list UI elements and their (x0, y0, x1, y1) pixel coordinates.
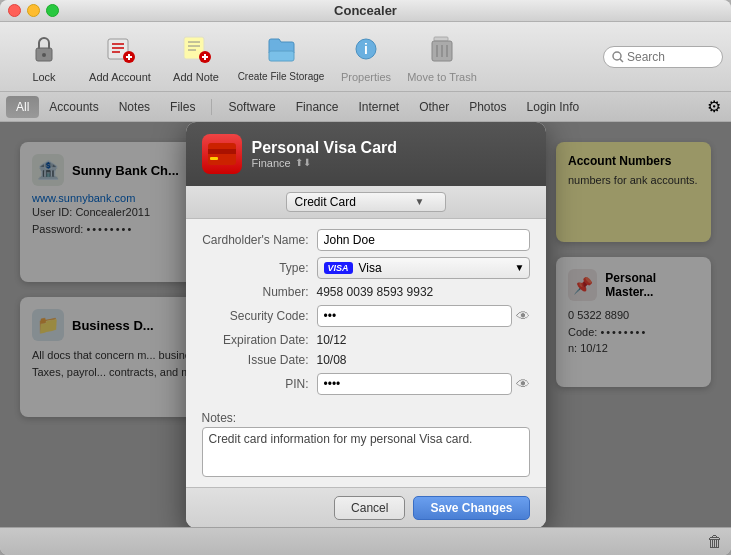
security-code-label: Security Code: (202, 309, 317, 323)
issue-value: 10/08 (317, 353, 530, 367)
gear-button[interactable]: ⚙ (703, 96, 725, 118)
notes-label: Notes: (186, 407, 546, 427)
expiration-label: Expiration Date: (202, 333, 317, 347)
bottom-bar: 🗑 (0, 527, 731, 555)
notes-area[interactable]: Credit card information for my personal … (202, 427, 530, 477)
svg-rect-16 (269, 51, 294, 61)
search-box[interactable] (603, 46, 723, 68)
issue-label: Issue Date: (202, 353, 317, 367)
number-label: Number: (202, 285, 317, 299)
cardholder-label: Cardholder's Name: (202, 233, 317, 247)
dialog-subtitle: Finance ⬆⬇ (252, 157, 530, 169)
dialog-header: Personal Visa Card Finance ⬆⬇ (186, 122, 546, 186)
trash-icon[interactable]: 🗑 (707, 533, 723, 551)
expiration-row: Expiration Date: 10/12 (202, 333, 530, 347)
notes-text: Credit card information for my personal … (203, 428, 529, 450)
properties-label: Properties (341, 71, 391, 83)
tab-other[interactable]: Other (409, 96, 459, 118)
tab-login-info[interactable]: Login Info (517, 96, 590, 118)
titlebar: Concealer (0, 0, 731, 22)
dialog-title: Personal Visa Card (252, 139, 530, 157)
window-title: Concealer (334, 3, 397, 18)
minimize-button[interactable] (27, 4, 40, 17)
dialog-footer: Cancel Save Changes (186, 487, 546, 528)
cancel-button[interactable]: Cancel (334, 496, 405, 520)
lock-toolbar-item[interactable]: Lock (8, 27, 80, 87)
add-note-label: Add Note (173, 71, 219, 83)
dialog-title-block: Personal Visa Card Finance ⬆⬇ (252, 139, 530, 169)
tab-internet[interactable]: Internet (348, 96, 409, 118)
dialog-body: Cardholder's Name: Type: VISA Visa ▼ Num… (186, 219, 546, 407)
add-account-icon (102, 31, 138, 67)
expiration-value: 10/12 (317, 333, 530, 347)
type-select-arrow-icon: ▼ (515, 262, 525, 273)
add-note-toolbar-item[interactable]: Add Note (160, 27, 232, 87)
create-file-storage-icon (263, 31, 299, 67)
pin-eye-icon[interactable]: 👁 (516, 376, 530, 392)
cardholder-row: Cardholder's Name: (202, 229, 530, 251)
type-row: Type: VISA Visa ▼ (202, 257, 530, 279)
security-code-input[interactable] (317, 305, 512, 327)
tab-files[interactable]: Files (160, 96, 205, 118)
tab-all[interactable]: All (6, 96, 39, 118)
number-row: Number: 4958 0039 8593 9932 (202, 285, 530, 299)
tab-finance[interactable]: Finance (286, 96, 349, 118)
dialog-card-icon (202, 134, 242, 174)
svg-rect-19 (434, 37, 448, 41)
tab-notes[interactable]: Notes (109, 96, 160, 118)
properties-icon: i (348, 31, 384, 67)
segment-bar: All Accounts Notes Files Software Financ… (0, 92, 731, 122)
window-controls (8, 4, 59, 17)
svg-rect-28 (210, 157, 218, 160)
move-to-trash-toolbar-item[interactable]: Move to Trash (406, 27, 478, 87)
properties-toolbar-item[interactable]: i Properties (330, 27, 402, 87)
dialog: Personal Visa Card Finance ⬆⬇ Credit Car… (186, 122, 546, 527)
close-button[interactable] (8, 4, 21, 17)
svg-point-1 (42, 53, 46, 57)
issue-row: Issue Date: 10/08 (202, 353, 530, 367)
create-file-storage-toolbar-item[interactable]: Create File Storage (236, 27, 326, 87)
cardholder-input[interactable] (317, 229, 530, 251)
security-code-eye-icon[interactable]: 👁 (516, 308, 530, 324)
tab-accounts[interactable]: Accounts (39, 96, 108, 118)
lock-label: Lock (32, 71, 55, 83)
category-select[interactable]: Credit Card ▼ (286, 192, 446, 212)
modal-overlay: Personal Visa Card Finance ⬆⬇ Credit Car… (0, 122, 731, 527)
save-changes-button[interactable]: Save Changes (413, 496, 529, 520)
number-value: 4958 0039 8593 9932 (317, 285, 530, 299)
pin-input[interactable] (317, 373, 512, 395)
pin-field-wrap: 👁 (317, 373, 530, 395)
main-content: 🏦 Sunny Bank Ch... www.sunnybank.com Use… (0, 122, 731, 527)
visa-badge: VISA (324, 262, 353, 274)
add-account-toolbar-item[interactable]: Add Account (84, 27, 156, 87)
svg-line-25 (620, 59, 623, 62)
category-select-arrow-icon: ▼ (415, 196, 425, 207)
security-code-field-wrap: 👁 (317, 305, 530, 327)
maximize-button[interactable] (46, 4, 59, 17)
add-account-label: Add Account (89, 71, 151, 83)
svg-rect-27 (208, 149, 236, 154)
toolbar: Lock Add Account (0, 22, 731, 92)
lock-icon (26, 31, 62, 67)
tab-divider (211, 99, 212, 115)
dialog-category-bar: Credit Card ▼ (186, 186, 546, 219)
move-to-trash-icon (424, 31, 460, 67)
security-code-row: Security Code: 👁 (202, 305, 530, 327)
create-file-storage-label: Create File Storage (238, 71, 325, 82)
type-label: Type: (202, 261, 317, 275)
svg-text:i: i (364, 41, 368, 57)
search-input[interactable] (627, 50, 714, 64)
type-select[interactable]: VISA Visa ▼ (317, 257, 530, 279)
tab-photos[interactable]: Photos (459, 96, 516, 118)
move-to-trash-label: Move to Trash (407, 71, 477, 83)
svg-point-24 (613, 52, 621, 60)
tab-software[interactable]: Software (218, 96, 285, 118)
add-note-icon (178, 31, 214, 67)
pin-label: PIN: (202, 377, 317, 391)
pin-row: PIN: 👁 (202, 373, 530, 395)
subtitle-arrows-icon[interactable]: ⬆⬇ (295, 157, 311, 168)
main-window: Concealer Lock (0, 0, 731, 555)
